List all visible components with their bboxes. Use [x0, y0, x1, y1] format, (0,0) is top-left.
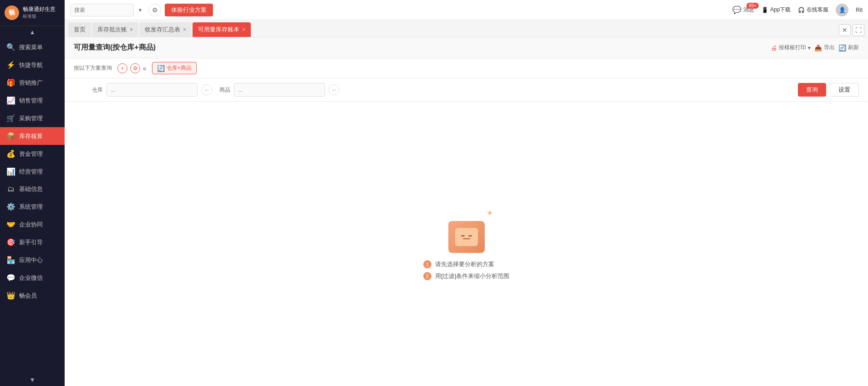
brand-name: 畅康通好生意 [23, 6, 56, 13]
username[interactable]: Rit [856, 7, 863, 13]
sidebar-item-marketing-promo[interactable]: 🎁 营销推广 [0, 74, 65, 92]
filter-add-btn[interactable]: + [117, 63, 127, 73]
tab-close-batch-account[interactable]: × [130, 26, 133, 33]
sidebar-item-finance[interactable]: 💰 资金管理 [0, 145, 65, 163]
sidebar-item-search[interactable]: 🔍 搜索菜单 [0, 38, 65, 56]
dropdown-icon[interactable]: ▾ [136, 5, 145, 15]
warehouse-input[interactable] [107, 83, 198, 97]
enterprise-wechat-icon: 💬 [6, 273, 15, 282]
refresh-btn[interactable]: 🔄 刷新 [838, 44, 859, 51]
newbie-guide-icon: 🎯 [6, 238, 15, 247]
filter-scheme-list: 🔄 仓库+商品 [152, 62, 197, 74]
print-dropdown-icon: ▾ [808, 45, 811, 51]
export-btn[interactable]: 📤 导出 [814, 44, 835, 51]
tab-batch-account[interactable]: 库存批次账× [92, 22, 138, 37]
sidebar-item-enterprise-wechat[interactable]: 💬 企业微信 [0, 269, 65, 287]
tab-close-receipt-summary[interactable]: × [183, 26, 186, 33]
search-input[interactable] [70, 4, 134, 16]
sidebar-item-inventory[interactable]: 📦 库存核算 [0, 127, 65, 145]
sidebar-item-sales[interactable]: 📈 销售管理 [0, 92, 65, 109]
basic-info-icon: 🗂 [6, 185, 15, 193]
message-icon: 💬 [732, 5, 741, 14]
template-print-label: 按模板打印 [779, 44, 806, 51]
service-label: 在线客服 [807, 6, 828, 14]
tab-home[interactable]: 首页 [68, 22, 91, 37]
sidebar-scroll-up[interactable]: ▲ [0, 26, 65, 38]
tab-close-btn[interactable]: ✕ [839, 24, 851, 36]
online-service-btn[interactable]: 🎧 在线客服 [798, 6, 828, 14]
tab-close-available-ledger[interactable]: × [242, 26, 245, 33]
tip1-number: 1 [423, 260, 431, 268]
empty-tips: 1 请先选择要分析的方案 2 用[过滤]条件来缩小分析范围 [423, 260, 509, 280]
filter-settings-btn[interactable]: ⚙ [130, 63, 140, 73]
tip2-number: 2 [423, 272, 431, 280]
tab-available-ledger[interactable]: 可用量库存账本× [193, 22, 251, 37]
marketing-promo-icon: 🎁 [6, 78, 15, 87]
tip1-text: 请先选择要分析的方案 [435, 260, 494, 268]
sidebar-item-label: 资金管理 [19, 150, 43, 158]
content-header: 可用量查询(按仓库+商品) 🖨 按模板打印 ▾ 📤 导出 🔄 刷新 [65, 37, 868, 58]
scheme-item-warehouse-product[interactable]: 🔄 仓库+商品 [152, 62, 197, 74]
empty-box [448, 221, 485, 253]
box-mouth [463, 238, 470, 239]
sidebar-item-label: 快捷导航 [19, 61, 43, 69]
sidebar-item-system[interactable]: ⚙️ 系统管理 [0, 198, 65, 216]
sidebar-scroll-down[interactable]: ▼ [0, 374, 65, 386]
content-area: 可用量查询(按仓库+商品) 🖨 按模板打印 ▾ 📤 导出 🔄 刷新 按以下 [65, 37, 868, 386]
sidebar-item-label: 企业协同 [19, 221, 43, 229]
sidebar-item-label: 新手引导 [19, 238, 43, 247]
empty-illustration: ✦ [439, 207, 494, 253]
enterprise-collab-icon: 🤝 [6, 220, 15, 229]
export-icon: 📤 [814, 44, 822, 51]
gear-icon[interactable]: ⚙ [148, 4, 161, 16]
warehouse-more-btn[interactable]: ··· [201, 84, 212, 95]
tab-fullscreen-btn[interactable]: ⛶ [853, 24, 864, 36]
sidebar-item-shortcut[interactable]: ⚡ 快捷导航 [0, 56, 65, 74]
tab-label-available-ledger: 可用量库存账本 [198, 26, 239, 34]
template-print-btn[interactable]: 🖨 按模板打印 ▾ [771, 44, 811, 51]
sidebar-item-label: 库存核算 [19, 132, 43, 140]
sidebar: 畅 畅康通好生意 标准版 ▲ 🔍 搜索菜单 ⚡ 快捷导航 🎁 营销推广 📈 销售… [0, 0, 65, 386]
app-download-btn[interactable]: 📱 App下载 [761, 6, 791, 14]
tab-receipt-summary[interactable]: 收发存汇总表× [139, 22, 192, 37]
decoration-icon: ✦ [485, 206, 495, 219]
tabbar-actions: ✕ ⛶ [839, 24, 864, 37]
topbar-right: 💬 消息 99+ 📱 App下载 🎧 在线客服 👤 Rit [732, 4, 863, 16]
empty-state: ✦ 1 请先选择要分析的方案 [65, 102, 868, 386]
brand-sub: 标准版 [23, 13, 56, 20]
app-logo: 畅 [5, 5, 19, 20]
box-eyes [461, 235, 472, 237]
product-more-btn[interactable]: ··· [329, 84, 340, 95]
sidebar-item-member[interactable]: 👑 畅会员 [0, 287, 65, 304]
sidebar-item-basic-info[interactable]: 🗂 基础信息 [0, 180, 65, 198]
query-btn[interactable]: 查询 [798, 83, 826, 97]
operation-icon: 📊 [6, 167, 15, 176]
page-title: 可用量查询(按仓库+商品) [74, 43, 156, 52]
refresh-label: 刷新 [848, 44, 859, 51]
filter-collapse-btn[interactable]: « [143, 65, 147, 72]
sidebar-item-purchase[interactable]: 🛒 采购管理 [0, 109, 65, 127]
sidebar-item-app-center[interactable]: 🏪 应用中心 [0, 251, 65, 269]
product-label: 商品 [219, 86, 230, 94]
content-header-actions: 🖨 按模板打印 ▾ 📤 导出 🔄 刷新 [771, 44, 859, 51]
service-icon: 🎧 [798, 7, 805, 13]
message-btn[interactable]: 💬 消息 99+ [732, 5, 754, 14]
product-input[interactable] [234, 83, 325, 97]
print-icon: 🖨 [771, 44, 777, 51]
member-icon: 👑 [6, 291, 15, 300]
box-face [455, 228, 478, 246]
purchase-icon: 🛒 [6, 114, 15, 123]
sidebar-item-newbie-guide[interactable]: 🎯 新手引导 [0, 233, 65, 251]
refresh-icon: 🔄 [838, 44, 846, 51]
settings-btn[interactable]: 设置 [830, 83, 859, 97]
tab-label-batch-account: 库存批次账 [97, 26, 127, 34]
inventory-icon: 📦 [6, 132, 15, 140]
sidebar-item-operation[interactable]: 📊 经营管理 [0, 163, 65, 180]
box-eye-left [461, 235, 465, 237]
sidebar-item-label: 企业微信 [19, 274, 43, 282]
sidebar-item-label: 系统管理 [19, 203, 43, 211]
avatar[interactable]: 👤 [836, 4, 848, 16]
industry-btn[interactable]: 体验行业方案 [165, 4, 213, 16]
scheme-item-icon: 🔄 [157, 65, 165, 72]
sidebar-item-enterprise-collab[interactable]: 🤝 企业协同 [0, 216, 65, 233]
